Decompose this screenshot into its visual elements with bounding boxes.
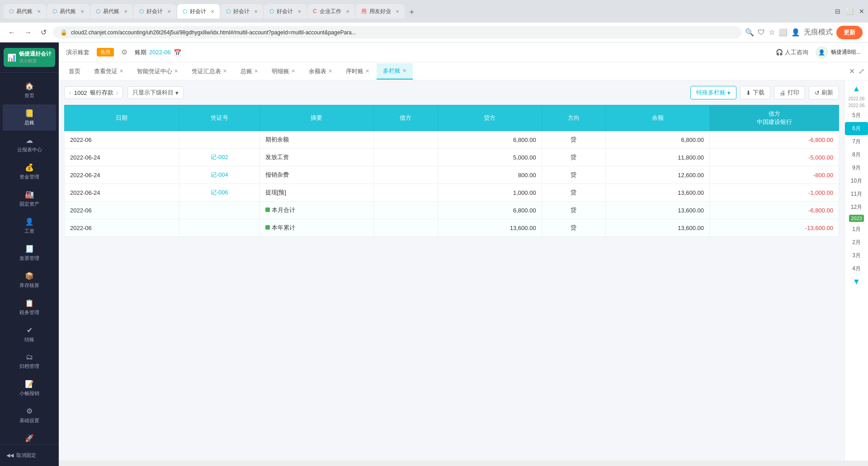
close-icon[interactable]: ✕	[859, 8, 864, 15]
tab-multi-column[interactable]: 多栏账 ✕	[377, 63, 413, 80]
sidebar-item-settle[interactable]: ✔ 结账	[3, 321, 56, 348]
tab-close-4[interactable]: ✕	[167, 9, 171, 14]
tab-journal[interactable]: 序时账 ✕	[340, 64, 376, 79]
timeline-month-2-2023[interactable]: 2月	[845, 236, 868, 249]
tab-close-2[interactable]: ✕	[80, 9, 84, 14]
timeline-scroll-up[interactable]: ▲	[851, 82, 863, 95]
tab-smart-voucher-close[interactable]: ✕	[174, 68, 178, 74]
tab-close-3[interactable]: ✕	[124, 9, 127, 14]
tab-multi-column-close[interactable]: ✕	[402, 68, 406, 74]
tab-2[interactable]: ⬡ 易代账 ✕	[47, 4, 90, 19]
tab-voucher-summary-close[interactable]: ✕	[223, 68, 227, 74]
settings-gear-icon[interactable]: ⚙	[121, 48, 127, 56]
timeline-month-3-2023[interactable]: 3月	[845, 249, 868, 262]
calendar-icon[interactable]: 📅	[174, 49, 181, 56]
sidebar-item-guide[interactable]: 🚀 新手引导	[3, 429, 56, 444]
unpin-button[interactable]: ◀◀ 取消固定	[4, 449, 55, 461]
star-icon[interactable]: ☆	[769, 28, 775, 37]
tab-close-6[interactable]: ✕	[254, 9, 258, 14]
tab-6[interactable]: ⬡ 好会计 ✕	[221, 4, 263, 19]
tab-homepage[interactable]: 首页	[62, 64, 87, 79]
tab-5[interactable]: ⬡ 好会计 ✕	[177, 4, 220, 19]
sidebar-item-archive[interactable]: 🗂 归档管理	[3, 348, 56, 374]
timeline-month-6[interactable]: 6月	[845, 122, 868, 135]
tab-general-ledger[interactable]: 总账 ✕	[234, 64, 264, 79]
sidebar-item-cloud-report[interactable]: ☁ 云报表中心	[3, 132, 56, 158]
tab-expand-icon[interactable]: ⤢	[859, 67, 864, 75]
next-account-button[interactable]: ›	[116, 89, 118, 96]
no-trace-button[interactable]: 无痕模式	[804, 28, 833, 37]
search-icon[interactable]: 🔍	[745, 28, 754, 37]
user-area[interactable]: 👤 畅捷通B组...	[816, 46, 861, 59]
forward-button[interactable]: →	[22, 27, 34, 38]
download-button[interactable]: ⬇ 下载	[740, 86, 770, 99]
timeline-month-1-2023[interactable]: 1月	[845, 223, 868, 236]
timeline-month-4-2023[interactable]: 4月	[845, 262, 868, 275]
timeline-month-5[interactable]: 5月	[845, 109, 868, 122]
sidebar-item-expense[interactable]: 📝 小畅报销	[3, 375, 56, 401]
maximize-icon[interactable]: ⬜	[846, 8, 854, 15]
special-ledger-button[interactable]: 特殊多栏账 ▾	[690, 86, 736, 99]
sidebar-item-fund[interactable]: 💰 资金管理	[3, 159, 56, 185]
sidebar-item-settings[interactable]: ⚙ 基础设置	[3, 402, 56, 428]
cell-voucher-2[interactable]: 记-002	[179, 149, 259, 166]
timeline-month-11[interactable]: 11月	[845, 188, 868, 201]
sidebar-item-payroll[interactable]: 👤 工资	[3, 213, 56, 239]
tab-7[interactable]: ⬡ 好会计 ✕	[264, 4, 307, 19]
tab-close-5[interactable]: ✕	[211, 9, 214, 14]
tab-balance-sheet[interactable]: 余额表 ✕	[302, 64, 339, 79]
tab-view-voucher-close[interactable]: ✕	[119, 68, 123, 74]
tab-detail-ledger-close[interactable]: ✕	[291, 68, 295, 74]
tab-9[interactable]: 用 用友好业 ✕	[356, 4, 405, 19]
profile-icon[interactable]: 👤	[791, 28, 800, 37]
tab-close-8[interactable]: ✕	[346, 9, 349, 14]
refresh-button[interactable]: ↺ 刷新	[809, 86, 839, 99]
cell-balance-6: 13,600.00	[606, 219, 710, 237]
screenshot-icon[interactable]: ⬜	[778, 28, 788, 37]
cell-voucher-4[interactable]: 记-006	[179, 184, 259, 202]
cell-voucher-3[interactable]: 记-004	[179, 166, 259, 184]
tab-smart-voucher[interactable]: 智能凭证中心 ✕	[131, 64, 184, 79]
sidebar-item-ledger[interactable]: 📒 总账	[3, 104, 56, 131]
ai-consult-button[interactable]: 🎧 人工咨询	[776, 48, 808, 56]
sidebar: 📊 畅捷通好会计 演示账套 🏠 首页 📒 总账 ☁ 云报表中心 💰	[0, 42, 59, 466]
tab-close-7[interactable]: ✕	[297, 9, 301, 14]
tab-general-ledger-close[interactable]: ✕	[254, 68, 258, 74]
sidebar-item-tax[interactable]: 📋 税务管理	[3, 294, 56, 320]
tab-add-button[interactable]: +	[406, 6, 418, 19]
timeline-month-9[interactable]: 9月	[845, 161, 868, 174]
tab-balance-sheet-close[interactable]: ✕	[328, 68, 332, 74]
sidebar-item-fixed-assets[interactable]: 🏭 固定资产	[3, 186, 56, 212]
timeline-panel: ▲ 2022.06 2022.06 5月 6月 7月 8月 9月 10月 11月…	[844, 80, 868, 461]
timeline-month-12[interactable]: 12月	[845, 201, 868, 214]
sidebar-item-inventory[interactable]: 📦 库存核算	[3, 267, 56, 293]
tab-detail-ledger[interactable]: 明细账 ✕	[265, 64, 302, 79]
timeline-scroll-down[interactable]: ▼	[851, 275, 863, 288]
filter-select[interactable]: 只显示下级科目 ▾	[127, 86, 184, 99]
address-bar[interactable]: 🔒 cloud2.chanjet.com/accounting/uh26t264…	[53, 26, 741, 38]
tab-minimize-icon[interactable]: ✕	[849, 67, 855, 75]
timeline-month-7[interactable]: 7月	[845, 135, 868, 148]
tab-3[interactable]: ⬡ 易代账 ✕	[90, 4, 133, 19]
pin-icon: ◀◀	[6, 452, 14, 458]
tab-4[interactable]: ⬡ 好会计 ✕	[134, 4, 176, 19]
tab-1[interactable]: ⬡ 易代账 ✕	[4, 4, 46, 19]
print-button[interactable]: 🖨 打印	[774, 86, 805, 99]
sidebar-item-invoice[interactable]: 🧾 发票管理	[3, 240, 56, 266]
tab-close-1[interactable]: ✕	[37, 9, 41, 14]
tab-view-voucher[interactable]: 查看凭证 ✕	[88, 64, 130, 79]
cell-debit-6	[374, 219, 438, 237]
tab-close-9[interactable]: ✕	[396, 9, 399, 14]
tab-8[interactable]: C 企业工作 ✕	[307, 4, 355, 19]
tab-voucher-summary[interactable]: 凭证汇总表 ✕	[185, 64, 233, 79]
back-button[interactable]: ←	[5, 27, 18, 38]
sidebar-item-home[interactable]: 🏠 首页	[3, 77, 56, 104]
minimize-icon[interactable]: ⊟	[835, 8, 840, 15]
prev-account-button[interactable]: ‹	[69, 89, 71, 96]
update-button[interactable]: 更新	[836, 26, 863, 39]
horizontal-scrollbar[interactable]	[59, 461, 868, 466]
tab-journal-close[interactable]: ✕	[365, 68, 369, 74]
timeline-month-8[interactable]: 8月	[845, 148, 868, 161]
reload-button[interactable]: ↺	[38, 26, 49, 38]
timeline-month-10[interactable]: 10月	[845, 174, 868, 188]
